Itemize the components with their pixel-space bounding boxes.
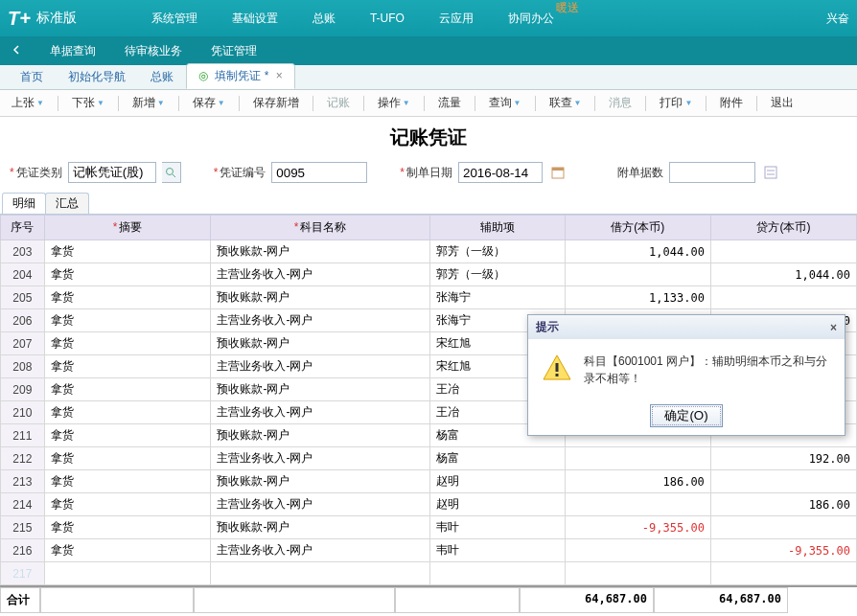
cell-aux[interactable]: 郭芳（一级）: [429, 240, 565, 263]
cell-subject[interactable]: 主营业务收入-网户: [211, 539, 429, 562]
cell-summary[interactable]: 拿货: [44, 240, 211, 263]
cell-seq[interactable]: 210: [1, 401, 45, 424]
cell-summary[interactable]: 拿货: [44, 286, 211, 309]
dialog-close-icon[interactable]: ×: [830, 321, 837, 334]
cell-aux[interactable]: 赵明: [429, 493, 565, 516]
cell-debit[interactable]: 1,044.00: [565, 240, 710, 263]
cell-subject[interactable]: 主营业务收入-网户: [211, 309, 429, 332]
table-row-ghost[interactable]: 217: [1, 562, 857, 585]
cell-summary[interactable]: 拿货: [44, 378, 211, 401]
tool-保存新增[interactable]: 保存新增: [247, 93, 305, 113]
tool-退出[interactable]: 退出: [765, 93, 799, 113]
cell-seq[interactable]: 214: [1, 493, 45, 516]
tool-记账[interactable]: 记账: [321, 93, 356, 113]
cell-summary[interactable]: 拿货: [44, 539, 211, 562]
cell-debit[interactable]: [565, 493, 710, 516]
subtab-summary[interactable]: 汇总: [45, 193, 89, 214]
cell-summary[interactable]: 拿货: [44, 516, 211, 539]
nav-bill-query[interactable]: 单据查询: [50, 43, 96, 59]
tool-联查[interactable]: 联查▼: [544, 93, 588, 113]
cell-seq[interactable]: 205: [1, 286, 45, 309]
nav-pending[interactable]: 待审核业务: [125, 43, 182, 59]
input-date[interactable]: [458, 162, 543, 183]
cell-aux[interactable]: 张海宁: [429, 286, 565, 309]
tool-附件[interactable]: 附件: [714, 93, 749, 113]
cell-summary[interactable]: 拿货: [44, 309, 211, 332]
tool-下张[interactable]: 下张▼: [66, 93, 110, 113]
menu-system[interactable]: 系统管理: [134, 0, 215, 36]
table-row[interactable]: 205拿货预收账款-网户张海宁1,133.00: [1, 286, 857, 309]
tab-init[interactable]: 初始化导航: [56, 64, 138, 89]
input-voucher-num[interactable]: [271, 162, 367, 183]
cell-subject[interactable]: 预收账款-网户: [211, 240, 429, 263]
cell-aux[interactable]: 韦叶: [429, 539, 565, 562]
cell-debit[interactable]: [565, 263, 710, 286]
dialog-titlebar[interactable]: 提示 ×: [528, 315, 845, 339]
cell-summary[interactable]: 拿货: [44, 424, 211, 447]
cell-seq[interactable]: 216: [1, 539, 45, 562]
cell-seq[interactable]: 213: [1, 470, 45, 493]
cell-credit[interactable]: 1,044.00: [710, 263, 856, 286]
close-icon[interactable]: ×: [276, 69, 283, 82]
cell-summary[interactable]: 拿货: [44, 447, 211, 470]
cell-aux[interactable]: 赵明: [429, 470, 565, 493]
cell-subject[interactable]: 预收账款-网户: [211, 470, 429, 493]
cell-subject[interactable]: 主营业务收入-网户: [211, 355, 429, 378]
tool-保存[interactable]: 保存▼: [187, 93, 231, 113]
menu-cloud[interactable]: 云应用: [422, 0, 491, 36]
tool-流量[interactable]: 流量: [432, 93, 467, 113]
calendar-icon[interactable]: [548, 162, 567, 183]
tab-gl[interactable]: 总账: [138, 64, 186, 89]
input-voucher-type[interactable]: [68, 162, 156, 183]
cell-subject[interactable]: 预收账款-网户: [211, 424, 429, 447]
cell-debit[interactable]: 1,133.00: [565, 286, 710, 309]
table-row[interactable]: 212拿货主营业务收入-网户杨富192.00: [1, 447, 857, 470]
table-row[interactable]: 216拿货主营业务收入-网户韦叶-9,355.00: [1, 539, 857, 562]
attach-stepper-icon[interactable]: [761, 162, 780, 183]
cell-subject[interactable]: 预收账款-网户: [211, 516, 429, 539]
cell-summary[interactable]: 拿货: [44, 332, 211, 355]
table-row[interactable]: 215拿货预收账款-网户韦叶-9,355.00: [1, 516, 857, 539]
cell-debit[interactable]: 186.00: [565, 470, 710, 493]
cell-subject[interactable]: 预收账款-网户: [211, 286, 429, 309]
cell-aux[interactable]: 韦叶: [429, 516, 565, 539]
cell-credit[interactable]: [710, 470, 856, 493]
cell-debit[interactable]: [565, 447, 710, 470]
cell-subject[interactable]: 预收账款-网户: [211, 332, 429, 355]
cell-credit[interactable]: 192.00: [710, 447, 856, 470]
dialog-ok-button[interactable]: 确定(O): [650, 404, 722, 427]
cell-summary[interactable]: 拿货: [44, 355, 211, 378]
cell-aux[interactable]: 郭芳（一级）: [429, 263, 565, 286]
tool-打印[interactable]: 打印▼: [654, 93, 698, 113]
cell-debit[interactable]: -9,355.00: [565, 516, 710, 539]
menu-gl[interactable]: 总账: [295, 0, 353, 36]
cell-seq[interactable]: 209: [1, 378, 45, 401]
cell-seq[interactable]: 207: [1, 332, 45, 355]
cell-credit[interactable]: [710, 286, 856, 309]
cell-debit[interactable]: [565, 539, 710, 562]
tool-消息[interactable]: 消息: [603, 93, 637, 113]
tab-home[interactable]: 首页: [8, 64, 56, 89]
cell-subject[interactable]: 主营业务收入-网户: [211, 447, 429, 470]
cell-seq[interactable]: 203: [1, 240, 45, 263]
cell-aux[interactable]: 杨富: [429, 447, 565, 470]
cell-seq[interactable]: 215: [1, 516, 45, 539]
cell-seq[interactable]: 217: [1, 562, 45, 585]
menu-tufo[interactable]: T-UFO: [353, 0, 422, 36]
cell-credit[interactable]: [710, 516, 856, 539]
tool-新增[interactable]: 新增▼: [127, 93, 171, 113]
nav-voucher-mgmt[interactable]: 凭证管理: [211, 43, 257, 59]
input-attach[interactable]: [669, 162, 755, 183]
tool-上张[interactable]: 上张▼: [6, 93, 50, 113]
cell-summary[interactable]: 拿货: [44, 263, 211, 286]
cell-subject[interactable]: 预收账款-网户: [211, 378, 429, 401]
tool-查询[interactable]: 查询▼: [483, 93, 527, 113]
lookup-icon[interactable]: [162, 162, 181, 183]
table-row[interactable]: 214拿货主营业务收入-网户赵明186.00: [1, 493, 857, 516]
cell-credit[interactable]: 186.00: [710, 493, 856, 516]
cell-summary[interactable]: 拿货: [44, 470, 211, 493]
cell-summary[interactable]: 拿货: [44, 493, 211, 516]
cell-summary[interactable]: 拿货: [44, 401, 211, 424]
cell-seq[interactable]: 211: [1, 424, 45, 447]
menu-base[interactable]: 基础设置: [215, 0, 295, 36]
